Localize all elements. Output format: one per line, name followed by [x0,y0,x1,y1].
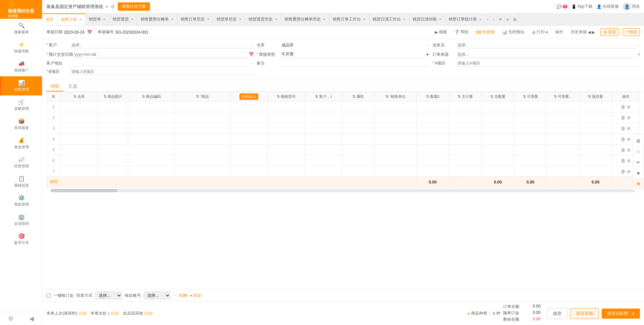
tab-sales-return[interactable]: 销货退货 ✕ [109,13,137,25]
tab-close-sales-order[interactable]: ✕ [79,18,82,22]
sort-icon-13[interactable]: ⇅ [554,94,557,98]
row-1-qty2[interactable] [416,101,449,112]
sort-icon-5[interactable]: ⇅ [277,94,280,98]
a-project-input[interactable] [456,60,640,67]
tab-sales-expense-history[interactable]: 销售费用分摊单历史 ✕ [281,13,329,25]
sort-icon-11[interactable]: ⇅ [490,94,493,98]
row-2-unit[interactable] [375,112,417,123]
one-click-checkbox[interactable] [46,293,51,298]
row-2-available2[interactable] [547,112,579,123]
invoice-type-select[interactable]: 不开票 ▾ [280,51,429,58]
customer-addr-input[interactable] [70,60,251,67]
tab-sales-stats[interactable]: 销售订单统计表 ✕ [445,13,485,25]
solution-btn[interactable]: 体验行业方案 [118,2,150,11]
row-2-main-qty[interactable] [482,112,514,123]
col-settings[interactable]: ⚙ [47,92,61,101]
sort-icon-14[interactable]: ⇅ [588,94,591,98]
row-1-goods[interactable] [175,101,230,112]
calendar-icon[interactable]: 📅 [87,30,92,35]
row-1-attr[interactable] [342,101,375,112]
row-7-delete-icon[interactable]: 🗑 [621,169,626,174]
tab-close-11[interactable]: ✕ [439,17,442,21]
row-1-warehouse[interactable] [61,101,98,112]
row-2-goods[interactable] [175,112,230,123]
warehouse-more-btn[interactable]: ··· [426,43,430,48]
salesperson-input[interactable] [456,42,637,48]
add-logistics-button[interactable]: + 物流 [622,28,640,36]
row-1-copy-icon[interactable]: ⊕ [627,104,631,110]
sidebar-item-ops[interactable]: 📈 经营管理 [0,153,42,172]
settlement-select[interactable]: 选择... [95,291,122,299]
tab-close-12[interactable]: ✕ [479,17,482,21]
order-source-input[interactable] [456,51,638,58]
date-picker-icon[interactable]: 📅 [249,52,254,57]
row-1-delete-icon[interactable]: 🗑 [621,104,626,110]
user-btn[interactable]: 👤 用友 [623,3,640,11]
sort-icon-2[interactable]: ⇅ [104,94,107,98]
tab-sales-return-history[interactable]: 销货退货历史 ✕ [245,13,281,25]
help-action[interactable]: ❓ 帮助 [452,29,470,36]
notification-btn[interactable]: 💬 9 [557,4,567,9]
tab-sales-order-workbench[interactable]: 销售订单工作台 ✕ [329,13,369,25]
save-draft-button[interactable]: 保存草稿 [570,308,599,319]
save-new-button[interactable]: 保存&新增 ∨ [602,309,640,319]
tab-close-8[interactable]: ✕ [323,17,326,21]
right-panel-star[interactable]: ★ [633,168,644,179]
discard-button[interactable]: 放弃 [547,308,567,319]
row-2-scan[interactable] [230,112,268,123]
row-4-delete-icon[interactable]: 🗑 [621,136,626,142]
online-service-btn[interactable]: 👤 在线客服 [597,4,619,9]
row-6-copy-icon[interactable]: ⊕ [627,158,631,163]
row-1-main-qty[interactable] [482,101,514,112]
save-new-arrow-icon[interactable]: ∨ [629,311,635,316]
add-payment-link[interactable]: ● 添加 [190,293,201,298]
tab-close-sales-expense[interactable]: ✕ [171,17,174,21]
row-2-attr[interactable] [342,112,375,123]
row-1-spec[interactable] [268,101,305,112]
dropdown-icon[interactable]: ▾ [106,4,108,9]
sidebar-item-search[interactable]: 🔍 搜索菜单 [0,19,42,38]
b-project-input[interactable] [70,69,255,75]
tab-nav-close[interactable]: ✕ [497,13,504,25]
delivery-date-input[interactable] [73,51,249,58]
row-1-main-unit[interactable] [449,101,482,112]
row-2-current-stock[interactable] [579,112,612,123]
tab-home[interactable]: 首页 [42,13,58,25]
row-2-warehouse[interactable] [61,112,98,123]
row-7-copy-icon[interactable]: ⊕ [627,169,631,174]
customer-more-btn[interactable]: ··· [251,43,254,48]
shortcut-action[interactable]: ⌨ 快捷键 [474,29,497,36]
sidebar-item-system[interactable]: ⚙️ 系统管理 [0,191,42,210]
tab-daily-clear-account[interactable]: 钱货日清对账 ✕ [409,13,445,25]
customer-input[interactable] [70,42,251,48]
row-1-available[interactable] [514,101,547,112]
account-select[interactable]: 选择... [144,291,171,299]
sidebar-item-purchase[interactable]: 🛒 采购管理 [0,95,42,115]
tab-close-6[interactable]: ✕ [239,17,241,21]
row-1-available2[interactable] [547,101,579,112]
more-ops-action[interactable]: 操作 [553,29,565,36]
right-panel-bookmark[interactable]: ☆ [633,147,644,157]
sort-icon[interactable]: ⇅ [73,94,76,98]
addr-more-btn[interactable]: ··· [251,61,254,66]
row-2-spec[interactable] [268,112,305,123]
right-panel-expand[interactable]: ⊞ [633,136,644,147]
sidebar-item-sales[interactable]: 📊 销售管理 [0,76,42,95]
settings-icon[interactable]: ⚙ [111,4,115,9]
row-3-delete-icon[interactable]: 🗑 [621,126,626,131]
tab-close-sales-invoice[interactable]: ✕ [103,17,106,21]
sidebar-item-inventory[interactable]: 📦 库存核算 [0,115,42,134]
account-more-btn[interactable]: ··· [173,293,177,298]
sidebar-item-enterprise[interactable]: 🏢 企业协同 [0,210,42,230]
row-5-delete-icon[interactable]: 🗑 [621,147,626,153]
horizontal-scrollbar[interactable] [50,189,636,192]
tab-sales-invoice-history[interactable]: 销货单历史 ✕ [213,13,245,25]
sidebar-item-newbie[interactable]: 🎯 新手引导 [0,230,42,249]
right-panel-flag[interactable]: ⚑ [633,179,644,190]
tab-sales-expense[interactable]: 销售费用分摊单 ✕ [137,13,177,25]
row-1-customer-code[interactable] [305,101,342,112]
tab-daily-clear-workbench[interactable]: 钱货日清工作台 ✕ [369,13,409,25]
scroll-thumb[interactable] [50,189,118,192]
sidebar-collapse-icon[interactable]: ◀ [29,315,34,322]
row-5-copy-icon[interactable]: ⊕ [627,147,631,153]
